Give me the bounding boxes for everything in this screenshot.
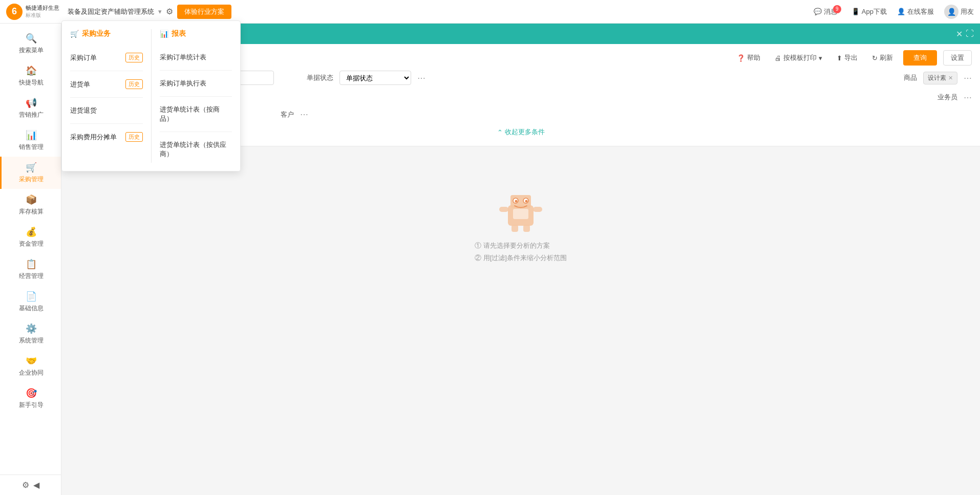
empty-hint-2: 用[过滤]条件来缩小分析范围 [475,252,567,264]
doc-status-select[interactable]: 单据状态 [339,71,411,85]
receive-order-hist[interactable]: 历史 [125,79,143,89]
order-exec-label: 采购订单执行表 [160,79,206,88]
sidebar-item-quick-nav[interactable]: 🏠 快捷导航 [0,60,61,92]
finance-icon: 💰 [26,226,37,238]
tab-controls: ✕ ⛶ [950,29,980,39]
divider-2 [70,97,143,98]
goods-dots[interactable]: ⋯ [964,73,972,83]
collapse-arrow-icon: ⌃ [497,128,503,136]
sidebar-item-operation[interactable]: 📋 经营管理 [0,253,61,286]
purchase-expense-hist[interactable]: 历史 [125,132,143,142]
purchase-order-hist[interactable]: 历史 [125,53,143,62]
logo-text: 畅捷通好生意 [26,4,59,11]
inventory-icon: 📦 [26,194,37,205]
sidebar-item-search[interactable]: 🔍 搜索菜单 [0,28,61,60]
divider-6 [160,132,232,132]
user-avatar: 👤 [944,5,958,19]
sidebar-label-sales: 销售管理 [19,143,44,152]
sidebar-label-cooperation: 企业协同 [19,369,44,377]
system-name: 装备及固定资产辅助管理系统 [68,7,154,16]
dropdown-cols: 🛒 采购业务 采购订单 历史 进货单 历史 进货退货 [62,29,240,163]
purchase-col-icon: 🛒 [70,30,79,38]
svg-rect-8 [512,225,518,232]
report-col-title-text: 报表 [172,29,186,38]
sidebar-item-finance[interactable]: 💰 资金管理 [0,221,61,253]
app-download-label: App下载 [862,7,887,16]
divider-5 [160,96,232,97]
sidebar-item-system[interactable]: ⚙️ 系统管理 [0,318,61,350]
logo-area: 6 畅捷通好生意 标准版 [6,4,68,20]
refresh-btn[interactable]: ↻ 刷新 [868,51,897,64]
app-download-action[interactable]: 📱 App下载 [851,7,887,16]
operation-icon: 📋 [26,259,37,270]
online-service-action[interactable]: 👤 在线客服 [897,7,934,16]
customer-dots[interactable]: ⋯ [300,110,308,119]
dropdown-item-receive-order[interactable]: 进货单 历史 [70,75,143,93]
report-col: 📊 报表 采购订单统计表 采购订单执行表 进货单统计表（按商品） [152,29,241,163]
goods-label: 商品 [904,73,917,82]
sidebar-item-marketing[interactable]: 📢 营销推广 [0,92,61,124]
divider-4 [160,70,232,71]
receive-stat-supplier-label: 进货单统计表（按供应商） [160,140,232,159]
home-icon: 🏠 [26,65,37,76]
system-icon: ⚙️ [26,323,37,334]
print-btn[interactable]: 🖨 按模板打印 ▾ [771,51,826,64]
query-btn[interactable]: 查询 [903,50,937,66]
print-icon: 🖨 [775,54,781,62]
service-icon: 👤 [897,8,905,15]
doc-status-label: 单据状态 [307,73,333,82]
salesperson-dots[interactable]: ⋯ [964,93,972,102]
sidebar-item-cooperation[interactable]: 🤝 企业协同 [0,350,61,382]
purchase-order-label: 采购订单 [70,53,97,62]
sidebar: 🔍 搜索菜单 🏠 快捷导航 📢 营销推广 📊 销售管理 🛒 采购管理 📦 库存核… [0,24,61,495]
sidebar-item-sales[interactable]: 📊 销售管理 [0,124,61,157]
sidebar-item-purchase[interactable]: 🛒 采购管理 [0,157,61,189]
help-btn[interactable]: ❓ 帮助 [733,51,764,64]
dropdown-item-order-exec[interactable]: 采购订单执行表 [160,75,232,92]
user-action[interactable]: 👤 用友 [944,5,974,19]
tab-close-window-btn[interactable]: ✕ [956,29,963,39]
receive-stat-goods-label: 进货单统计表（按商品） [160,105,232,123]
tab-expand-btn[interactable]: ⛶ [966,29,974,38]
dropdown-item-purchase-expense[interactable]: 采购费用分摊单 历史 [70,128,143,146]
purchase-col: 🛒 采购业务 采购订单 历史 进货单 历史 进货退货 [62,29,151,163]
dropdown-item-receive-stat-goods[interactable]: 进货单统计表（按商品） [160,101,232,127]
sidebar-label-purchase: 采购管理 [19,175,44,184]
message-badge: 9 [833,5,841,13]
logo-icon: 6 [6,4,23,20]
system-dropdown-arrow[interactable]: ▾ [158,8,162,15]
export-btn[interactable]: ⬆ 导出 [833,51,862,64]
svg-rect-7 [533,207,542,212]
user-label: 用友 [961,7,974,16]
dropdown-item-receive-stat-supplier[interactable]: 进货单统计表（按供应商） [160,136,232,163]
svg-rect-6 [499,207,508,212]
sidebar-label-finance: 资金管理 [19,240,44,248]
purchase-dropdown-menu: 🛒 采购业务 采购订单 历史 进货单 历史 进货退货 [61,24,241,171]
collapse-btn[interactable]: ⌃ 收起更多条件 [494,124,548,140]
empty-hints: 请先选择要分析的方案 用[过滤]条件来缩小分析范围 [475,240,567,264]
dropdown-item-return-goods[interactable]: 进货退货 [70,102,143,119]
empty-illustration [495,187,546,233]
dropdown-item-purchase-order[interactable]: 采购订单 历史 [70,49,143,67]
refresh-label: 刷新 [880,53,893,62]
sidebar-item-inventory[interactable]: 📦 库存核算 [0,189,61,221]
goods-tag[interactable]: 设计素 ✕ [923,72,957,84]
help-label: 帮助 [747,53,760,62]
svg-point-5 [525,200,528,203]
basic-info-icon: 📄 [26,291,37,302]
doc-status-dots[interactable]: ⋯ [417,73,425,83]
settings-icon[interactable]: ⚙ [166,7,173,16]
message-action[interactable]: 💬 消息 9 [814,7,841,16]
sidebar-settings-btn[interactable]: ⚙ [22,480,29,490]
svg-rect-10 [513,209,528,219]
dropdown-item-order-stat[interactable]: 采购订单统计表 [160,49,232,66]
return-goods-label: 进货退货 [70,106,97,115]
sidebar-item-basic-info[interactable]: 📄 基础信息 [0,286,61,318]
sidebar-label-operation: 经营管理 [19,272,44,281]
set-btn[interactable]: 设置 [943,50,972,66]
industry-btn[interactable]: 体验行业方案 [177,5,231,19]
sidebar-collapse-btn[interactable]: ◀ [33,480,39,490]
online-service-label: 在线客服 [907,7,934,16]
goods-tag-remove[interactable]: ✕ [948,75,953,81]
sidebar-item-guide[interactable]: 🎯 新手引导 [0,382,61,415]
